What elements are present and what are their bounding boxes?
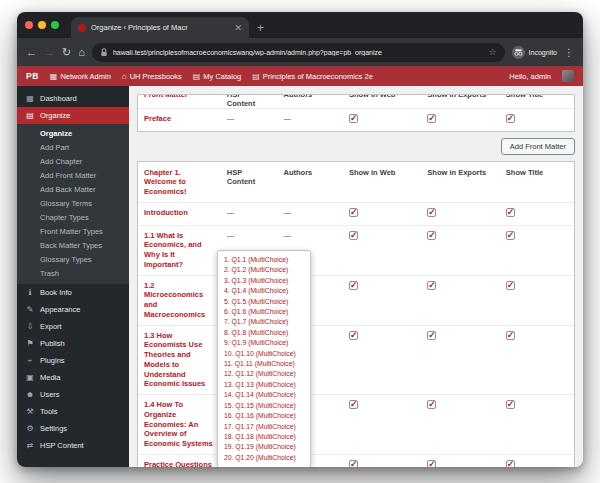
show-in-exports-checkbox[interactable]: [427, 400, 436, 409]
publish-icon: ⚑: [25, 339, 35, 348]
submenu-item-add-part[interactable]: Add Part: [17, 140, 129, 154]
submenu-item-add-front-matter[interactable]: Add Front Matter: [17, 168, 129, 182]
question-list-item[interactable]: 17. Q1.17 (MultiChoice): [224, 422, 304, 432]
forward-icon[interactable]: →: [44, 47, 55, 58]
reload-icon[interactable]: ↻: [62, 47, 71, 58]
pressbooks-logo[interactable]: PB: [26, 71, 39, 81]
sidebar-item-label: Users: [40, 390, 60, 399]
hsp-content-value: —: [227, 231, 235, 240]
show-in-exports-checkbox[interactable]: [427, 460, 436, 467]
show-in-exports-checkbox[interactable]: [427, 114, 436, 123]
show-in-web-checkbox[interactable]: [349, 114, 358, 123]
question-list-item[interactable]: 16. Q1.16 (MultiChoice): [224, 411, 304, 421]
submenu-item-add-chapter[interactable]: Add Chapter: [17, 154, 129, 168]
sidebar-item-plugins[interactable]: ⌁ Plugins: [17, 352, 129, 369]
show-title-checkbox[interactable]: [506, 281, 515, 290]
admin-bar-site[interactable]: ⌂ UH Pressbooks: [122, 72, 182, 81]
show-title-checkbox[interactable]: [506, 400, 515, 409]
question-list-item[interactable]: 3. Q1.3 (MultiChoice): [224, 276, 304, 286]
question-list-item[interactable]: 4. Q1.4 (MultiChoice): [224, 286, 304, 296]
table-row-1-1: 1.1 What Is Economics, and Why Is It Imp…: [138, 225, 574, 275]
chapter-link[interactable]: Practice Questions: [144, 460, 212, 467]
sidebar-item-appearance[interactable]: ✎ Appearance: [17, 301, 129, 318]
add-front-matter-button[interactable]: Add Front Matter: [501, 138, 575, 155]
show-title-checkbox[interactable]: [506, 331, 515, 340]
question-list-item[interactable]: 2. Q1.2 (MultiChoice): [224, 265, 304, 275]
question-list-item[interactable]: 11. Q1.11 (MultiChoice): [224, 359, 304, 369]
submenu-item-front-matter-types[interactable]: Front Matter Types: [17, 224, 129, 238]
address-bar[interactable]: hawaii.test/principlesofmacroeconomicswa…: [92, 43, 505, 62]
question-list-item[interactable]: 9. Q1.9 (MultiChoice): [224, 338, 304, 348]
submenu-item-glossary-terms[interactable]: Glossary Terms: [17, 196, 129, 210]
back-icon[interactable]: ←: [26, 47, 37, 58]
sidebar-item-dashboard[interactable]: ▦ Dashboard: [17, 90, 129, 107]
show-in-web-checkbox[interactable]: [349, 208, 358, 217]
question-list-item[interactable]: 6. Q1.6 (MultiChoice): [224, 307, 304, 317]
sidebar-item-tools[interactable]: ⚒ Tools: [17, 403, 129, 420]
question-list-item[interactable]: 8. Q1.8 (MultiChoice): [224, 328, 304, 338]
question-list-item[interactable]: 1. Q1.1 (MultiChoice): [224, 255, 304, 265]
bookmark-star-icon[interactable]: ☆: [489, 47, 497, 57]
avatar[interactable]: [562, 70, 574, 82]
admin-bar-book[interactable]: ▤ Principles of Macroeconomics 2e: [252, 72, 373, 81]
show-in-web-checkbox[interactable]: [349, 400, 358, 409]
admin-bar-catalog[interactable]: ▤ My Catalog: [193, 72, 242, 81]
submenu-item-organize[interactable]: Organize: [17, 126, 129, 140]
show-title-checkbox[interactable]: [506, 231, 515, 240]
tab-close-icon[interactable]: ✕: [234, 23, 242, 33]
submenu-item-chapter-types[interactable]: Chapter Types: [17, 210, 129, 224]
chapter-link[interactable]: 1.1 What Is Economics, and Why Is It Imp…: [144, 231, 215, 270]
question-list-item[interactable]: 20. Q1.20 (MultiChoice): [224, 453, 304, 463]
chapter-link[interactable]: 1.4 How To Organize Economies: An Overvi…: [144, 400, 215, 449]
question-list-item[interactable]: 19. Q1.19 (MultiChoice): [224, 442, 304, 452]
show-in-exports-checkbox[interactable]: [427, 331, 436, 340]
show-title-checkbox[interactable]: [506, 114, 515, 123]
question-list-item[interactable]: 13. Q1.13 (MultiChoice): [224, 380, 304, 390]
question-list-item[interactable]: 14. Q1.14 (MultiChoice): [224, 390, 304, 400]
question-list-item[interactable]: 7. Q1.7 (MultiChoice): [224, 317, 304, 327]
collapse-menu-button[interactable]: ◀ Collapse menu: [17, 464, 129, 467]
sidebar-item-book-info[interactable]: ℹ Book Info: [17, 284, 129, 301]
submenu-item-add-back-matter[interactable]: Add Back Matter: [17, 182, 129, 196]
show-in-exports-checkbox[interactable]: [427, 281, 436, 290]
chapter-link[interactable]: 1.3 How Economists Use Theories and Mode…: [144, 331, 215, 390]
question-list-item[interactable]: 10. Q1.10 (MultiChoice): [224, 349, 304, 359]
sidebar-item-users[interactable]: ☻ Users: [17, 386, 129, 403]
close-window-button[interactable]: [25, 21, 33, 29]
admin-bar-network-admin[interactable]: ▦ Network Admin: [50, 72, 111, 81]
new-tab-button[interactable]: +: [257, 21, 264, 35]
submenu-item-back-matter-types[interactable]: Back Matter Types: [17, 238, 129, 252]
show-in-web-checkbox[interactable]: [349, 331, 358, 340]
table-row-preface: Preface — —: [138, 108, 574, 131]
chapter-link[interactable]: 1.2 Microeconomics and Macroeconomics: [144, 281, 215, 320]
show-title-checkbox[interactable]: [506, 460, 515, 467]
show-in-web-checkbox[interactable]: [349, 281, 358, 290]
table-row-practice-questions: Practice Questions Edit|Trash|View Move …: [138, 454, 574, 467]
sidebar-item-export[interactable]: ⇩ Export: [17, 318, 129, 335]
sidebar-item-label: Export: [40, 322, 62, 331]
minimize-window-button[interactable]: [38, 21, 46, 29]
front-matter-link[interactable]: Preface: [144, 114, 171, 124]
show-in-web-checkbox[interactable]: [349, 460, 358, 467]
show-in-exports-checkbox[interactable]: [427, 231, 436, 240]
show-in-exports-checkbox[interactable]: [427, 208, 436, 217]
browser-menu-icon[interactable]: ⋮: [564, 47, 574, 58]
browser-tab[interactable]: Organize ‹ Principles of Macr ✕: [71, 17, 249, 38]
question-list-item[interactable]: 12. Q1.12 (MultiChoice): [224, 369, 304, 379]
admin-bar-account[interactable]: Hello, admin: [509, 72, 551, 81]
submenu-item-trash[interactable]: Trash: [17, 266, 129, 280]
show-in-web-checkbox[interactable]: [349, 231, 358, 240]
question-list-item[interactable]: 18. Q1.18 (MultiChoice): [224, 432, 304, 442]
sidebar-item-hsp-content[interactable]: ⇄ HSP Content: [17, 437, 129, 454]
maximize-window-button[interactable]: [51, 21, 59, 29]
home-icon[interactable]: ⌂: [78, 47, 85, 58]
sidebar-item-media[interactable]: ▣ Media: [17, 369, 129, 386]
sidebar-item-publish[interactable]: ⚑ Publish: [17, 335, 129, 352]
question-list-item[interactable]: 5. Q1.5 (MultiChoice): [224, 297, 304, 307]
sidebar-item-organize[interactable]: ▤ Organize: [17, 107, 129, 124]
chapter-link[interactable]: Introduction: [144, 208, 188, 218]
question-list-item[interactable]: 15. Q1.15 (MultiChoice): [224, 401, 304, 411]
show-title-checkbox[interactable]: [506, 208, 515, 217]
submenu-item-glossary-types[interactable]: Glossary Types: [17, 252, 129, 266]
sidebar-item-settings[interactable]: ⚙ Settings: [17, 420, 129, 437]
